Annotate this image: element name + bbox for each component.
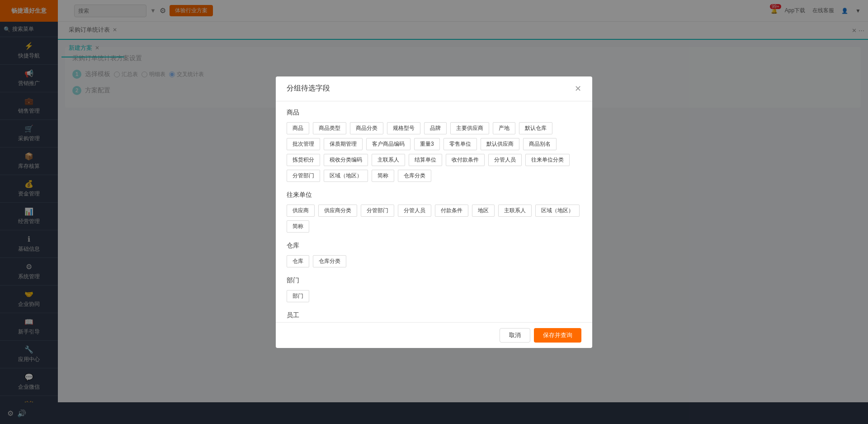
field-tag-分管人员[interactable]: 分管人员 (398, 205, 431, 217)
section-title-仓库: 仓库 (287, 242, 581, 250)
field-tag-往来单位分类[interactable]: 往来单位分类 (525, 154, 570, 166)
field-tag-仓库分类[interactable]: 仓库分类 (398, 170, 431, 182)
field-tag-主要供应商[interactable]: 主要供应商 (450, 122, 489, 134)
modal-dialog: 分组待选字段 ✕ 商品商品商品类型商品分类规格型号品牌主要供应商产地默认仓库批次… (276, 76, 592, 348)
field-tag-地区[interactable]: 地区 (472, 205, 495, 217)
modal-overlay: 分组待选字段 ✕ 商品商品商品类型商品分类规格型号品牌主要供应商产地默认仓库批次… (0, 0, 868, 424)
field-tag-主联系人[interactable]: 主联系人 (372, 154, 405, 166)
field-section-部门: 部门部门 (287, 276, 581, 302)
field-section-员工: 员工业务员 (287, 311, 581, 322)
field-tag-商品分类[interactable]: 商品分类 (350, 122, 383, 134)
field-tag-规格型号[interactable]: 规格型号 (387, 122, 420, 134)
field-tag-部门[interactable]: 部门 (287, 290, 309, 302)
field-tags-部门: 部门 (287, 290, 581, 302)
field-tag-分管部门[interactable]: 分管部门 (361, 205, 394, 217)
modal-title: 分组待选字段 (287, 84, 330, 93)
field-tag-税收分类编码[interactable]: 税收分类编码 (324, 154, 368, 166)
field-tags-商品: 商品商品类型商品分类规格型号品牌主要供应商产地默认仓库批次管理保质期管理客户商品… (287, 122, 581, 182)
field-tag-商品类型[interactable]: 商品类型 (313, 122, 346, 134)
section-title-商品: 商品 (287, 109, 581, 117)
field-tag-批次管理[interactable]: 批次管理 (287, 138, 320, 150)
field-tag-保质期管理[interactable]: 保质期管理 (324, 138, 363, 150)
field-tag-付款条件[interactable]: 付款条件 (435, 205, 468, 217)
field-tag-零售单位[interactable]: 零售单位 (443, 138, 477, 150)
section-title-部门: 部门 (287, 276, 581, 285)
modal-footer: 取消 保存并查询 (276, 322, 592, 348)
field-tag-默认仓库[interactable]: 默认仓库 (519, 122, 552, 134)
field-tag-供应商分类[interactable]: 供应商分类 (318, 205, 357, 217)
field-tag-分管人员[interactable]: 分管人员 (488, 154, 522, 166)
field-tag-商品[interactable]: 商品 (287, 122, 309, 134)
modal-close-button[interactable]: ✕ (575, 84, 581, 94)
field-tag-区域（地区）[interactable]: 区域（地区） (535, 205, 580, 217)
field-tag-分管部门[interactable]: 分管部门 (287, 170, 320, 182)
section-title-员工: 员工 (287, 311, 581, 319)
field-tags-往来单位: 供应商供应商分类分管部门分管人员付款条件地区主联系人区域（地区）简称 (287, 205, 581, 233)
field-tags-仓库: 仓库仓库分类 (287, 255, 581, 267)
field-tag-结算单位[interactable]: 结算单位 (409, 154, 442, 166)
field-tag-收付款条件[interactable]: 收付款条件 (446, 154, 485, 166)
field-section-商品: 商品商品商品类型商品分类规格型号品牌主要供应商产地默认仓库批次管理保质期管理客户… (287, 109, 581, 182)
field-section-往来单位: 往来单位供应商供应商分类分管部门分管人员付款条件地区主联系人区域（地区）简称 (287, 191, 581, 233)
field-tag-商品别名[interactable]: 商品别名 (523, 138, 557, 150)
field-tag-仓库分类[interactable]: 仓库分类 (313, 255, 346, 267)
field-section-仓库: 仓库仓库仓库分类 (287, 242, 581, 267)
cancel-button[interactable]: 取消 (500, 328, 530, 343)
field-tag-默认供应商[interactable]: 默认供应商 (481, 138, 519, 150)
field-tag-区域（地区）[interactable]: 区域（地区） (324, 170, 368, 182)
field-tag-拣货积分[interactable]: 拣货积分 (287, 154, 320, 166)
modal-header: 分组待选字段 ✕ (276, 76, 592, 101)
modal-body: 商品商品商品类型商品分类规格型号品牌主要供应商产地默认仓库批次管理保质期管理客户… (276, 101, 592, 322)
field-tag-供应商[interactable]: 供应商 (287, 205, 315, 217)
field-tag-品牌[interactable]: 品牌 (424, 122, 447, 134)
field-tag-重量3[interactable]: 重量3 (414, 138, 440, 150)
field-tag-简称[interactable]: 简称 (287, 220, 309, 233)
field-tag-主联系人[interactable]: 主联系人 (498, 205, 532, 217)
confirm-button[interactable]: 保存并查询 (534, 328, 581, 343)
field-tag-简称[interactable]: 简称 (372, 170, 394, 182)
section-title-往来单位: 往来单位 (287, 191, 581, 199)
field-tag-产地[interactable]: 产地 (493, 122, 515, 134)
field-tag-客户商品编码[interactable]: 客户商品编码 (366, 138, 410, 150)
field-tag-仓库[interactable]: 仓库 (287, 255, 309, 267)
